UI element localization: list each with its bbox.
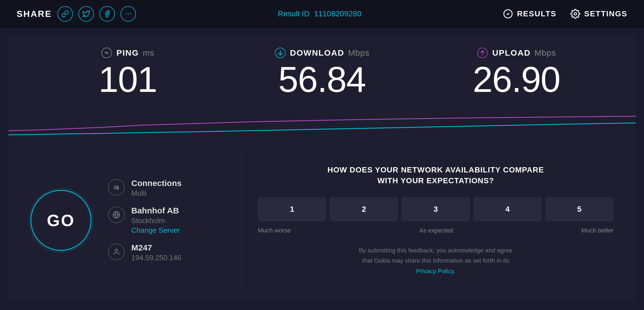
section-divider <box>241 153 241 288</box>
host-text: M247 194.59.250.146 <box>131 243 181 262</box>
isp-text: Bahnhof AB Stockholm Change Server <box>131 206 180 235</box>
twitter-icon <box>82 10 90 18</box>
svg-point-6 <box>106 52 107 54</box>
globe-icon <box>112 211 120 219</box>
server-info: Connections Multi Bahnhof AB <box>108 179 182 262</box>
link-icon <box>61 10 69 18</box>
results-button[interactable]: RESULTS <box>503 9 556 19</box>
upload-icon <box>477 47 488 59</box>
connections-text: Connections Multi <box>131 179 182 198</box>
go-label: GO <box>47 211 75 230</box>
host-name: M247 <box>131 243 181 252</box>
rating-labels: Much worse As expected Much better <box>258 227 614 234</box>
svg-point-16 <box>115 249 117 252</box>
label-as-expected: As expected <box>419 227 453 234</box>
download-value: 56.84 <box>225 61 419 97</box>
rating-2-button[interactable]: 2 <box>330 197 398 221</box>
settings-icon <box>570 9 580 19</box>
host-icon-container <box>108 244 125 260</box>
connections-icon-container <box>108 179 125 196</box>
rating-1-button[interactable]: 1 <box>258 197 326 221</box>
rating-5-button[interactable]: 5 <box>545 197 614 221</box>
left-side: GO Connections Mu <box>30 153 224 288</box>
host-ip: 194.59.250.146 <box>131 254 181 262</box>
connections-row: Connections Multi <box>108 179 182 198</box>
settings-button[interactable]: SETTINGS <box>570 9 627 19</box>
ping-block: PING ms 101 <box>30 47 225 97</box>
isp-row: Bahnhof AB Stockholm Change Server <box>108 206 182 235</box>
rating-3-button[interactable]: 3 <box>401 197 470 221</box>
main-content: PING ms 101 DOWNLOAD Mbps 56.84 <box>8 33 636 302</box>
download-label: DOWNLOAD Mbps <box>225 47 419 59</box>
survey-title: HOW DOES YOUR NETWORK AVAILABILITY COMPA… <box>258 164 614 186</box>
rating-4-button[interactable]: 4 <box>473 197 542 221</box>
connections-icon <box>112 184 120 191</box>
user-icon <box>112 248 120 256</box>
label-much-better: Much better <box>581 227 614 234</box>
share-facebook-button[interactable] <box>99 6 115 22</box>
privacy-policy-link[interactable]: Privacy Policy. <box>416 268 455 275</box>
share-more-button[interactable] <box>120 6 136 22</box>
result-id-section: Result ID 11108209280 <box>278 9 361 18</box>
go-button[interactable]: GO <box>30 190 91 251</box>
bottom-section: GO Connections Mu <box>8 139 636 302</box>
upload-value: 26.90 <box>419 61 614 97</box>
isp-name: Bahnhof AB <box>131 206 180 215</box>
download-block: DOWNLOAD Mbps 56.84 <box>225 47 419 97</box>
svg-point-4 <box>574 13 576 15</box>
connections-label: Connections <box>131 179 182 188</box>
more-icon <box>124 10 132 18</box>
share-twitter-button[interactable] <box>78 6 94 22</box>
speed-chart <box>8 106 636 139</box>
host-row: M247 194.59.250.146 <box>108 243 182 262</box>
upload-label: UPLOAD Mbps <box>419 47 614 59</box>
ping-icon <box>101 47 112 59</box>
stats-row: PING ms 101 DOWNLOAD Mbps 56.84 <box>8 33 636 106</box>
survey-section: HOW DOES YOUR NETWORK AVAILABILITY COMPA… <box>258 153 614 288</box>
share-link-button[interactable] <box>57 6 73 22</box>
result-id-value: 11108209280 <box>314 9 361 18</box>
svg-point-1 <box>128 13 129 14</box>
svg-point-2 <box>130 13 131 14</box>
survey-disclaimer: By submitting this feedback, you acknowl… <box>258 245 614 276</box>
top-right-actions: RESULTS SETTINGS <box>503 9 627 19</box>
download-icon <box>274 47 286 59</box>
isp-location: Stockholm <box>131 216 180 225</box>
rating-buttons: 1 2 3 4 5 <box>258 197 614 221</box>
results-icon <box>503 9 513 19</box>
change-server-link[interactable]: Change Server <box>131 226 180 235</box>
upload-block: UPLOAD Mbps 26.90 <box>419 47 614 97</box>
isp-icon-container <box>108 206 125 223</box>
top-bar: SHARE Resu <box>0 0 644 28</box>
facebook-icon <box>103 10 111 18</box>
svg-point-0 <box>125 13 127 14</box>
ping-value: 101 <box>30 61 225 97</box>
share-label: SHARE <box>17 9 52 19</box>
ping-label: PING ms <box>30 47 225 59</box>
share-section: SHARE <box>17 6 136 22</box>
label-much-worse: Much worse <box>258 227 291 234</box>
connections-value: Multi <box>131 189 182 198</box>
